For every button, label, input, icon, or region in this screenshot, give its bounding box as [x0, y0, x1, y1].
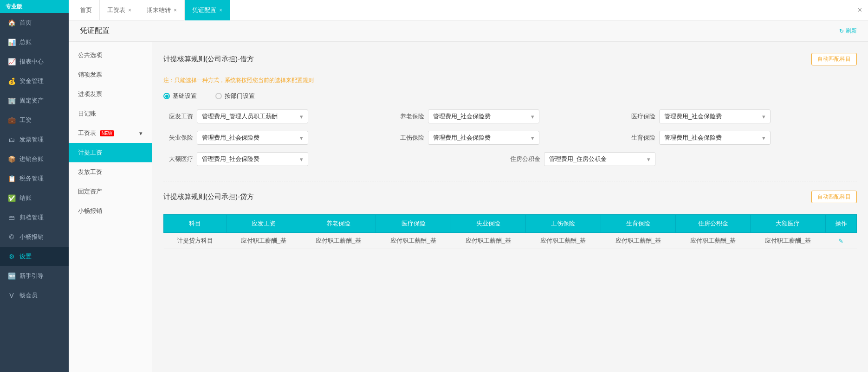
- radio-basic-label: 基础设置: [173, 92, 197, 100]
- sidebar-item-tax[interactable]: 📋 税务管理: [0, 169, 69, 188]
- left-nav-cancel[interactable]: 销项发票: [69, 65, 152, 84]
- credit-section-title: 计提核算规则(公司承担)-贷方: [163, 192, 254, 201]
- tab-period[interactable]: 期末结转×: [139, 0, 185, 20]
- debit-auto-match-button[interactable]: 自动匹配科目: [811, 53, 857, 65]
- sidebar-item-assets[interactable]: 🏢 固定资产: [0, 91, 69, 110]
- form-field-1-1: 工伤保险 管理费用_社会保险费 ▾: [395, 131, 626, 145]
- sidebar-item-xiaochang[interactable]: © 小畅报销: [0, 227, 69, 247]
- credit-action-0[interactable]: ✎: [825, 233, 856, 249]
- form-select-value-0-2: 管理费用_社会保险费: [664, 112, 722, 121]
- form-select-2-0[interactable]: 管理费用_社会保险费 ▾: [197, 152, 308, 166]
- credit-cell-0-5: 应付职工薪酬_基: [526, 233, 601, 249]
- tab-label-period: 期末结转: [147, 6, 171, 14]
- sidebar-label-settings: 设置: [19, 252, 32, 261]
- tab-close-payroll[interactable]: ×: [128, 7, 131, 13]
- sidebar-icon-fund: 💰: [7, 77, 16, 85]
- dropdown-arrow-2-0: ▾: [300, 156, 303, 163]
- sidebar-item-report[interactable]: 📈 报表中心: [0, 52, 69, 71]
- tab-close-period[interactable]: ×: [174, 7, 177, 13]
- radio-basic[interactable]: 基础设置: [163, 92, 197, 100]
- sidebar-item-home[interactable]: 🏠 首页: [0, 13, 69, 32]
- form-label-0-2: 医疗保险: [626, 112, 655, 121]
- sidebar-icon-stock: 📦: [7, 155, 16, 163]
- sidebar-label-assets: 固定资产: [19, 96, 44, 105]
- debit-section: 计提核算规则(公司承担)-借方 自动匹配科目 注：只能选择一种方式，系统将按照您…: [163, 53, 857, 166]
- edit-icon-0[interactable]: ✎: [838, 237, 843, 244]
- form-select-value-2-0: 管理费用_社会保险费: [202, 155, 259, 163]
- form-select-value-1-1: 管理费用_社会保险费: [433, 134, 491, 142]
- tab-bar: 首页工资表×期末结转×凭证配置× ✕: [69, 0, 868, 20]
- sidebar-label-stock: 进销台账: [19, 155, 44, 163]
- tab-payroll[interactable]: 工资表×: [100, 0, 139, 20]
- sidebar-icon-archive: 🗃: [7, 213, 16, 222]
- form-field-1-0: 失业保险 管理费用_社会保险费 ▾: [163, 131, 395, 145]
- sidebar-label-ledger: 总账: [19, 38, 32, 46]
- credit-col-2: 养老保险: [301, 215, 376, 233]
- sidebar-label-fund: 资金管理: [19, 77, 44, 85]
- form-select-1-0[interactable]: 管理费用_社会保险费 ▾: [197, 131, 308, 145]
- left-nav-expense[interactable]: 小畅报销: [69, 201, 152, 221]
- credit-section: 计提核算规则(公司承担)-贷方 自动匹配科目 科目应发工资养老保险医疗保险失业保…: [163, 191, 857, 249]
- sidebar-item-guide[interactable]: 🆕 新手引导: [0, 266, 69, 286]
- sidebar-item-ledger[interactable]: 📊 总账: [0, 32, 69, 52]
- left-nav-accrual[interactable]: 计提工资: [69, 143, 152, 162]
- form-select-1-2[interactable]: 管理费用_社会保险费 ▾: [659, 131, 771, 145]
- form-label-2-1: 住房公积金: [510, 155, 540, 163]
- form-field-0-1: 养老保险 管理费用_社会保险费 ▾: [395, 109, 626, 123]
- radio-group: 基础设置 按部门设置: [163, 92, 857, 100]
- sidebar-item-salary[interactable]: 💼 工资: [0, 110, 69, 130]
- left-nav-label-journal: 日记账: [78, 109, 96, 118]
- main-content: 计提核算规则(公司承担)-借方 自动匹配科目 注：只能选择一种方式，系统将按照您…: [152, 42, 868, 372]
- credit-auto-match-button[interactable]: 自动匹配科目: [811, 191, 857, 203]
- tab-voucher[interactable]: 凭证配置×: [185, 0, 230, 20]
- form-select-1-1[interactable]: 管理费用_社会保险费 ▾: [428, 131, 539, 145]
- form-select-value-1-0: 管理费用_社会保险费: [202, 134, 259, 142]
- left-nav-public[interactable]: 公共选项: [69, 45, 152, 65]
- close-right-button[interactable]: ✕: [852, 0, 868, 20]
- left-nav-payroll_table[interactable]: 工资表 NEW▾: [69, 123, 152, 143]
- credit-cell-0-6: 应付职工薪酬_基: [601, 233, 675, 249]
- refresh-button[interactable]: ↻ 刷新: [839, 27, 857, 35]
- left-nav-issue[interactable]: 发放工资: [69, 162, 152, 182]
- left-nav-label-public: 公共选项: [78, 51, 102, 59]
- form-select-2-1[interactable]: 管理费用_住房公积金 ▾: [544, 152, 655, 166]
- refresh-icon: ↻: [839, 28, 844, 34]
- sidebar-icon-report: 📈: [7, 58, 16, 66]
- tab-close-voucher[interactable]: ×: [219, 7, 222, 13]
- left-nav-label-expense: 小畅报销: [78, 207, 102, 215]
- form-select-0-2[interactable]: 管理费用_社会保险费 ▾: [659, 109, 771, 123]
- left-nav-purchase[interactable]: 进项发票: [69, 84, 152, 104]
- dropdown-arrow-0-0: ▾: [300, 113, 303, 120]
- sidebar-icon-assets: 🏢: [7, 96, 16, 105]
- sidebar-label-invoice: 发票管理: [19, 135, 44, 144]
- credit-col-9: 操作: [825, 215, 856, 233]
- form-label-2-0: 大额医疗: [163, 155, 193, 163]
- sidebar-item-archive[interactable]: 🗃 归档管理: [0, 208, 69, 227]
- radio-dept-label: 按部门设置: [225, 92, 255, 100]
- left-nav-journal[interactable]: 日记账: [69, 104, 152, 123]
- tab-home[interactable]: 首页: [72, 0, 100, 20]
- page-title: 凭证配置: [80, 26, 110, 36]
- sidebar-item-invoice[interactable]: 🗂 发票管理: [0, 130, 69, 149]
- radio-basic-circle: [163, 93, 170, 99]
- sidebar-icon-invoice: 🗂: [7, 135, 16, 144]
- sidebar-item-settle[interactable]: ✅ 结账: [0, 188, 69, 208]
- credit-col-4: 失业保险: [451, 215, 525, 233]
- left-nav-label-payroll_table: 工资表 NEW: [78, 129, 114, 137]
- sidebar-label-archive: 归档管理: [19, 213, 44, 222]
- credit-cell-0-4: 应付职工薪酬_基: [451, 233, 525, 249]
- sidebar-item-settings[interactable]: ⚙ 设置: [0, 247, 69, 266]
- form-select-0-0[interactable]: 管理费用_管理人员职工薪酬 ▾: [197, 109, 308, 123]
- credit-cell-0-7: 应付职工薪酬_基: [675, 233, 750, 249]
- credit-cell-0-8: 应付职工薪酬_基: [751, 233, 825, 249]
- dropdown-arrow-2-1: ▾: [647, 156, 650, 163]
- left-nav-fixed_assets[interactable]: 固定资产: [69, 182, 152, 201]
- sidebar-item-member[interactable]: V 畅会员: [0, 286, 69, 305]
- sidebar-item-stock[interactable]: 📦 进销台账: [0, 149, 69, 169]
- sidebar-label-report: 报表中心: [19, 58, 44, 66]
- debit-section-title: 计提核算规则(公司承担)-借方: [163, 55, 254, 64]
- credit-table: 科目应发工资养老保险医疗保险失业保险工伤保险生育保险住房公积金大额医疗操作 计提…: [163, 214, 857, 249]
- radio-dept[interactable]: 按部门设置: [215, 92, 255, 100]
- form-select-0-1[interactable]: 管理费用_社会保险费 ▾: [428, 109, 539, 123]
- sidebar-item-fund[interactable]: 💰 资金管理: [0, 71, 69, 91]
